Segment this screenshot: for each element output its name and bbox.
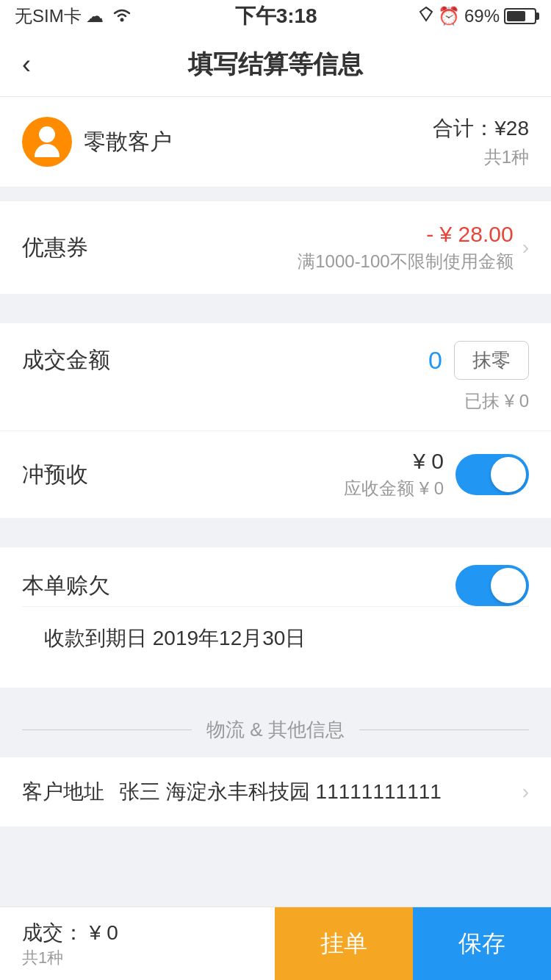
wifi-icon [111, 6, 133, 26]
customer-total: 合计：¥28 [433, 115, 529, 143]
alarm-icon: ⏰ [438, 6, 460, 26]
customer-section: 零散客户 合计：¥28 共1种 [0, 97, 551, 187]
prepay-toggle[interactable] [455, 454, 529, 495]
logistics-line-left [22, 729, 192, 730]
save-button[interactable]: 保存 [413, 907, 551, 980]
avatar-head [39, 126, 55, 143]
content: 零散客户 合计：¥28 共1种 优惠券 - ¥ 28.00 满1000-100不… [0, 97, 551, 915]
bottom-bar: 成交： ¥ 0 共1种 挂单 保存 [0, 907, 551, 980]
separator-2 [0, 533, 551, 547]
address-chevron-icon: › [522, 780, 529, 804]
address-section: 客户地址 张三 海淀永丰科技园 11111111111 › [0, 757, 551, 826]
prepay-amount-block: ¥ 0 应收金额 ¥ 0 [344, 449, 444, 500]
address-value: 张三 海淀永丰科技园 11111111111 [119, 778, 515, 806]
debt-toggle[interactable] [455, 565, 529, 606]
page-title: 填写结算等信息 [188, 48, 363, 82]
amount-right: 0 抹零 [428, 341, 529, 380]
battery-icon [504, 8, 536, 24]
prepay-label: 冲预收 [22, 460, 88, 490]
logistics-label: 物流 & 其他信息 [206, 717, 345, 743]
prepay-receivable: 应收金额 ¥ 0 [344, 477, 444, 500]
battery-percent: 69% [464, 6, 500, 26]
due-date-label: 收款到期日 2019年12月30日 [44, 627, 306, 649]
location-icon [419, 6, 433, 26]
bottom-summary-amount: ¥ 0 [90, 921, 118, 944]
customer-avatar [22, 117, 72, 167]
hang-button[interactable]: 挂单 [275, 907, 413, 980]
prepay-amount: ¥ 0 [344, 449, 444, 474]
debt-row: 本单赊欠 [22, 565, 529, 606]
amount-section: 成交金额 0 抹零 已抹 ¥ 0 冲预收 ¥ 0 应收金额 ¥ 0 [0, 323, 551, 518]
bottom-summary: 成交： ¥ 0 共1种 [0, 907, 275, 980]
customer-left: 零散客户 [22, 117, 172, 167]
coupon-right: - ¥ 28.00 满1000-100不限制使用金额 › [298, 222, 529, 273]
bottom-summary-label: 成交： [22, 921, 84, 944]
round-button[interactable]: 抹零 [454, 341, 529, 380]
due-date-row: 收款到期日 2019年12月30日 [22, 606, 529, 670]
coupon-label: 优惠券 [22, 233, 88, 263]
customer-right: 合计：¥28 共1种 [433, 115, 529, 169]
customer-row[interactable]: 零散客户 合计：¥28 共1种 [0, 97, 551, 187]
address-label: 客户地址 [22, 778, 104, 806]
coupon-amount: - ¥ 28.00 [298, 222, 513, 247]
debt-label: 本单赊欠 [22, 571, 110, 601]
nav-bar: ‹ 填写结算等信息 [0, 32, 551, 97]
amount-label: 成交金额 [22, 345, 110, 375]
amount-row: 成交金额 0 抹零 [22, 341, 529, 380]
status-time: 下午3:18 [235, 2, 317, 30]
avatar-body [35, 144, 60, 157]
carrier-text: 无SIM卡 ☁ [15, 4, 104, 28]
prepay-right: ¥ 0 应收金额 ¥ 0 [344, 449, 529, 500]
amount-sub: 已抹 ¥ 0 [464, 391, 529, 411]
customer-name: 零散客户 [84, 127, 172, 157]
person-icon [35, 126, 60, 157]
coupon-amount-block: - ¥ 28.00 满1000-100不限制使用金额 [298, 222, 513, 273]
bottom-summary-top: 成交： ¥ 0 [22, 919, 253, 947]
status-left: 无SIM卡 ☁ [15, 4, 133, 28]
debt-toggle-knob [491, 568, 526, 603]
svg-point-0 [120, 18, 124, 22]
prepay-row: 冲预收 ¥ 0 应收金额 ¥ 0 [0, 430, 551, 518]
back-button[interactable]: ‹ [22, 49, 31, 80]
status-right: ⏰ 69% [419, 6, 536, 26]
amount-value: 0 [428, 346, 442, 375]
amount-inner: 成交金额 0 抹零 已抹 ¥ 0 [0, 323, 551, 430]
coupon-row[interactable]: 优惠券 - ¥ 28.00 满1000-100不限制使用金额 › [0, 201, 551, 294]
separator-1 [0, 309, 551, 323]
logistics-line-right [359, 729, 529, 730]
customer-count: 共1种 [433, 145, 529, 169]
coupon-chevron-icon: › [522, 236, 529, 259]
address-row[interactable]: 客户地址 张三 海淀永丰科技园 11111111111 › [0, 757, 551, 826]
logistics-separator: 物流 & 其他信息 [0, 702, 551, 757]
debt-section: 本单赊欠 收款到期日 2019年12月30日 [0, 547, 551, 688]
bottom-summary-count: 共1种 [22, 947, 253, 969]
coupon-section: 优惠券 - ¥ 28.00 满1000-100不限制使用金额 › [0, 201, 551, 294]
coupon-desc: 满1000-100不限制使用金额 [298, 250, 513, 273]
status-bar: 无SIM卡 ☁ 下午3:18 ⏰ 69% [0, 0, 551, 32]
toggle-knob [491, 457, 526, 492]
amount-sub-row: 已抹 ¥ 0 [22, 389, 529, 413]
